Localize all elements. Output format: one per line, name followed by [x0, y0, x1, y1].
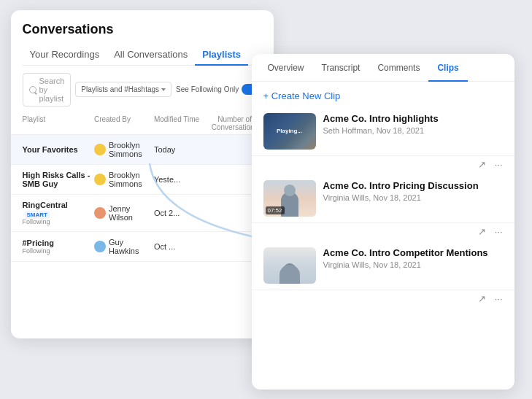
clip-title: Acme Co. Intro Competitor Mentions	[323, 247, 503, 260]
thumbnail-image	[263, 247, 316, 284]
clip-info: Acme Co. Intro Pricing Discussion Virgin…	[323, 180, 503, 203]
clip-title: Acme Co. Intro highlights	[323, 113, 503, 125]
duration-badge: 07:52	[266, 206, 285, 214]
search-box[interactable]: Search by playlist	[23, 73, 72, 106]
share-icon[interactable]: ↗	[478, 293, 486, 304]
share-icon[interactable]: ↗	[478, 226, 486, 237]
table-row[interactable]: #Pricing Following Guy Hawkins Oct ...	[11, 232, 274, 262]
clip-item: 07:52 Acme Co. Intro Pricing Discussion …	[252, 174, 514, 223]
playlist-name: Your Favorites	[23, 145, 78, 154]
toolbar: Search by playlist Playlists and #Hashta…	[11, 73, 274, 112]
tab-overview[interactable]: Overview	[259, 54, 313, 82]
search-placeholder: Search by playlist	[39, 77, 65, 103]
created-by-chip: Jenny Wilson	[94, 204, 154, 222]
table-header: Playlist Created By Modified Time Number…	[11, 112, 274, 135]
col-header-playlist: Playlist	[23, 115, 94, 131]
playlist-name: RingCentral SMART	[23, 201, 94, 218]
page-title: Conversations	[23, 22, 262, 37]
right-panel: Overview Transcript Comments Clips + Cre…	[252, 54, 514, 390]
creator-name: Guy Hawkins	[109, 238, 154, 255]
playlist-sublabel: Following	[23, 247, 94, 255]
clips-tabs: Overview Transcript Comments Clips	[252, 54, 514, 82]
clip-meta: Seth Hoffman, Nov 18, 2021	[323, 126, 503, 135]
avatar	[94, 241, 106, 252]
clip-title: Acme Co. Intro Pricing Discussion	[323, 180, 503, 193]
following-toggle: See Following Only	[176, 84, 262, 95]
tab-comments[interactable]: Comments	[369, 54, 428, 82]
modified-time: Oct 2...	[154, 209, 208, 217]
more-icon[interactable]: ···	[495, 293, 503, 304]
left-panel: Conversations Your Recordings All Conver…	[11, 10, 274, 338]
playing-overlay: Playing...	[263, 113, 316, 150]
clip-info: Acme Co. Intro highlights Seth Hoffman, …	[323, 113, 503, 136]
playlist-list: Your Favorites Brooklyn Simmons Today Hi…	[11, 135, 274, 262]
modified-time: Today	[154, 145, 208, 154]
main-tabs: Your Recordings All Conversations Playli…	[23, 44, 262, 66]
creator-name: Jenny Wilson	[109, 204, 154, 222]
clip-actions: ↗ ···	[252, 290, 514, 309]
clip-actions: ↗ ···	[252, 156, 514, 174]
clip-thumbnail	[263, 247, 316, 284]
created-by-chip: Brooklyn Simmons	[94, 171, 154, 188]
more-icon[interactable]: ···	[495, 226, 503, 237]
clip-thumbnail: Playing...	[263, 113, 316, 150]
clip-meta: Virginia Wills, Nov 18, 2021	[323, 260, 503, 269]
filter-label: Playlists and #Hashtags	[81, 85, 159, 93]
search-icon	[29, 86, 36, 93]
playlist-name: #Pricing	[23, 239, 94, 247]
tab-clips[interactable]: Clips	[428, 54, 467, 82]
table-row[interactable]: High Risks Calls - SMB Guy Brooklyn Simm…	[11, 165, 274, 195]
col-header-modified: Modified Time	[154, 115, 208, 131]
col-header-created: Created By	[94, 115, 154, 131]
table-row[interactable]: RingCentral SMART Following Jenny Wilson…	[11, 195, 274, 232]
playing-text: Playing...	[277, 128, 302, 134]
create-clip-link[interactable]: + Create New Clip	[252, 82, 514, 107]
filter-button[interactable]: Playlists and #Hashtags	[75, 82, 171, 97]
creator-name: Brooklyn Simmons	[109, 141, 154, 158]
creator-name: Brooklyn Simmons	[109, 171, 154, 188]
avatar	[94, 144, 106, 155]
smart-badge: SMART	[25, 211, 50, 219]
table-row[interactable]: Your Favorites Brooklyn Simmons Today	[11, 135, 274, 165]
created-by-chip: Guy Hawkins	[94, 238, 154, 255]
chevron-down-icon	[161, 88, 166, 91]
more-icon[interactable]: ···	[495, 159, 503, 170]
avatar	[94, 207, 106, 219]
clip-actions: ↗ ···	[252, 223, 514, 241]
modified-time: Oct ...	[154, 242, 208, 251]
clip-thumbnail: 07:52	[263, 180, 316, 217]
following-label: See Following Only	[176, 85, 239, 93]
playlist-name: High Risks Calls - SMB Guy	[23, 171, 90, 188]
avatar	[94, 174, 106, 185]
playlist-sublabel: Following	[23, 218, 94, 225]
share-icon[interactable]: ↗	[478, 159, 486, 170]
tab-transcript[interactable]: Transcript	[313, 54, 369, 82]
modified-time: Yeste...	[154, 175, 208, 184]
created-by-chip: Brooklyn Simmons	[94, 141, 154, 158]
tab-your-recordings[interactable]: Your Recordings	[23, 44, 107, 66]
tab-playlists[interactable]: Playlists	[195, 44, 248, 66]
clip-meta: Virginia Wills, Nov 18, 2021	[323, 193, 503, 202]
clip-item: Playing... Acme Co. Intro highlights Set…	[252, 107, 514, 156]
clip-item: Acme Co. Intro Competitor Mentions Virgi…	[252, 241, 514, 290]
tab-all-conversations[interactable]: All Conversations	[107, 44, 195, 66]
clip-info: Acme Co. Intro Competitor Mentions Virgi…	[323, 247, 503, 270]
